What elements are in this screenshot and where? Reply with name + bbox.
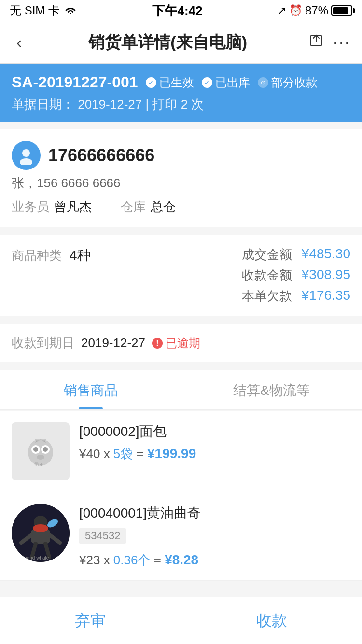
overdue-badge: ! 已逾期: [152, 336, 200, 351]
product-info-2: [00040001]黄油曲奇 534532 ¥23 x 0.36个 = ¥8.2…: [79, 504, 350, 569]
tabs-section: 销售商品 结算&物流等: [0, 370, 362, 410]
banner-top: SA-20191227-001 ✓ 已生效 ✓ 已出库 ⊙ 部分收款: [12, 73, 350, 91]
check-icon-2: ✓: [202, 77, 212, 88]
page-title: 销货单详情(来自电脑): [88, 31, 247, 54]
status-time: 下午4:42: [152, 2, 202, 19]
product-price-2: ¥23 x 0.36个 = ¥8.28: [79, 552, 350, 569]
price-equals-2: =: [154, 553, 165, 567]
recv-amount-row: 收款金额 ¥308.95: [242, 267, 350, 284]
warehouse-value: 总仓: [151, 198, 176, 215]
avatar: [12, 141, 41, 170]
battery-percent: 87%: [305, 4, 328, 17]
customer-meta: 业务员 曾凡杰 仓库 总仓: [12, 198, 350, 215]
product-name: [0000002]面包: [79, 422, 350, 441]
price-multiply-2: x: [104, 553, 113, 567]
due-label: 收款到期日: [12, 335, 74, 351]
signal-icon: 无 SIM 卡: [10, 3, 60, 18]
tab-settlement-logistics[interactable]: 结算&物流等: [181, 370, 362, 409]
svg-point-2: [20, 158, 32, 165]
location-icon: ↗: [278, 4, 286, 17]
cancel-button[interactable]: 弃审: [0, 597, 181, 644]
due-date: 2019-12-27: [81, 336, 145, 350]
salesman-label: 业务员: [12, 198, 49, 215]
share-icon[interactable]: [309, 33, 323, 52]
status-bar: 无 SIM 卡 下午4:42 ↗ ⏰ 87%: [0, 0, 362, 21]
deal-amount-row: 成交金额 ¥485.30: [242, 246, 350, 263]
product-name-2: [00040001]黄油曲奇: [79, 504, 350, 522]
svg-text:diamond whale: diamond whale: [16, 555, 49, 560]
overdue-label: 已逾期: [166, 336, 200, 351]
wifi-icon: [64, 4, 77, 17]
product-thumbnail: 鱼+: [12, 422, 70, 480]
type-count: 4种: [70, 246, 91, 265]
battery-icon: [331, 5, 352, 16]
svg-point-8: [37, 455, 44, 460]
stats-right: 成交金额 ¥485.30 收款金额 ¥308.95 本单欠款 ¥176.35: [242, 246, 350, 305]
deal-value: ¥485.30: [302, 246, 350, 263]
price-base: ¥40: [79, 447, 100, 461]
badge-shipped: ✓ 已出库: [202, 75, 250, 90]
deal-label: 成交金额: [242, 246, 292, 263]
badge-effected: ✓ 已生效: [146, 75, 194, 90]
warehouse-label: 仓库: [121, 198, 146, 215]
recv-value: ¥308.95: [302, 267, 350, 284]
confirm-button[interactable]: 收款: [181, 597, 362, 644]
price-multiply: x: [104, 447, 113, 461]
tab-sales-products[interactable]: 销售商品: [0, 370, 181, 409]
type-label: 商品种类: [12, 247, 62, 264]
check-icon: ✓: [146, 77, 156, 88]
clock-badge-icon: ⊙: [258, 77, 268, 88]
stats-left: 商品种类 4种: [12, 246, 91, 265]
owed-value: ¥176.35: [302, 288, 350, 305]
product-item: 鱼+ [0000002]面包 ¥40 x 5袋 = ¥199.99: [0, 411, 362, 492]
back-button[interactable]: ‹: [12, 28, 27, 56]
header-banner: SA-20191227-001 ✓ 已生效 ✓ 已出库 ⊙ 部分收款 单据日期：…: [0, 64, 362, 122]
customer-detail: 张，156 6666 6666: [12, 175, 350, 192]
stats-section: 商品种类 4种 成交金额 ¥485.30 收款金额 ¥308.95 本单欠款 ¥…: [0, 235, 362, 316]
price-total-2: ¥8.28: [165, 552, 198, 567]
svg-text:鱼+: 鱼+: [34, 462, 43, 468]
overdue-icon: !: [152, 338, 163, 349]
price-equals: =: [137, 447, 147, 461]
price-total: ¥199.99: [147, 446, 196, 461]
product-info: [0000002]面包 ¥40 x 5袋 = ¥199.99: [79, 422, 350, 462]
clock-icon: ⏰: [289, 4, 302, 17]
status-left: 无 SIM 卡: [10, 3, 77, 18]
product-item: diamond whale [00040001]黄油曲奇 534532 ¥23 …: [0, 492, 362, 581]
price-base-2: ¥23: [79, 553, 100, 567]
bottom-bar: 弃审 收款: [0, 597, 362, 644]
nav-actions: ···: [309, 32, 350, 53]
product-thumbnail-2: diamond whale: [12, 504, 70, 562]
product-sku-wrap: 534532: [79, 527, 350, 549]
svg-point-1: [22, 149, 30, 157]
recv-label: 收款金额: [242, 267, 292, 284]
svg-point-7: [43, 447, 48, 452]
customer-top: 17666666666: [12, 141, 350, 170]
customer-phone: 17666666666: [48, 145, 154, 166]
more-icon[interactable]: ···: [333, 32, 350, 53]
product-sku: 534532: [79, 528, 126, 544]
due-section: 收款到期日 2019-12-27 ! 已逾期: [0, 324, 362, 362]
owed-label: 本单欠款: [242, 288, 292, 305]
svg-point-6: [33, 447, 38, 452]
owed-amount-row: 本单欠款 ¥176.35: [242, 288, 350, 305]
product-price: ¥40 x 5袋 = ¥199.99: [79, 446, 350, 462]
nav-bar: ‹ 销货单详情(来自电脑) ···: [0, 21, 362, 64]
warehouse-info: 仓库 总仓: [121, 198, 176, 215]
salesman-value: 曾凡杰: [54, 198, 92, 215]
order-id: SA-20191227-001: [12, 73, 138, 91]
products-section: 鱼+ [0000002]面包 ¥40 x 5袋 = ¥199.99: [0, 411, 362, 581]
customer-section: 17666666666 张，156 6666 6666 业务员 曾凡杰 仓库 总…: [0, 129, 362, 227]
price-qty-2: 0.36个: [113, 553, 151, 567]
salesman-info: 业务员 曾凡杰: [12, 198, 92, 215]
badge-partial: ⊙ 部分收款: [258, 75, 318, 90]
svg-point-15: [33, 524, 48, 532]
status-right: ↗ ⏰ 87%: [278, 4, 352, 17]
banner-subtitle: 单据日期： 2019-12-27 | 打印 2 次: [12, 96, 350, 113]
price-qty: 5袋: [113, 447, 133, 461]
thumb-placeholder: 鱼+: [12, 422, 70, 480]
